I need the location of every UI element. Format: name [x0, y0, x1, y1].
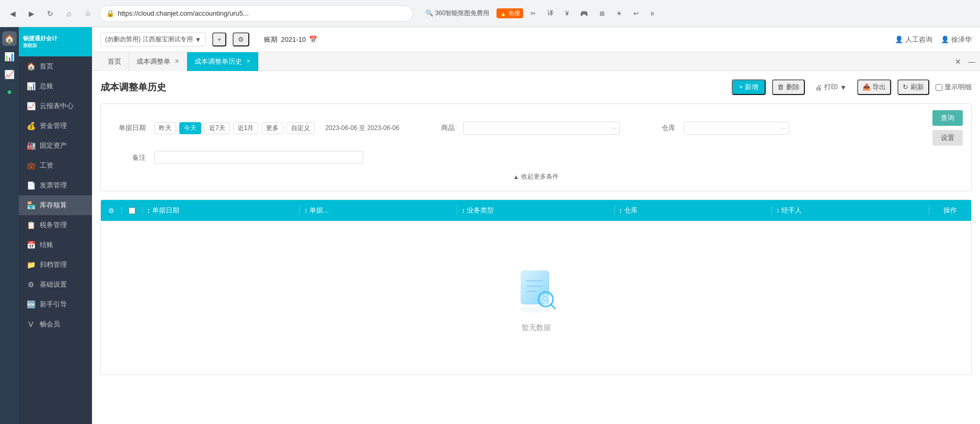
- date-quick-btns: 昨天 今天 近7天 近1月 更多 自定义: [154, 122, 315, 134]
- page-title: 成本调整单历史: [100, 81, 166, 93]
- sidebar-label-tax: 税务管理: [40, 220, 67, 230]
- print-dropdown-icon: ▼: [840, 84, 847, 91]
- sidebar-item-settings[interactable]: ⚙ 基础设置: [19, 275, 92, 295]
- sidebar-item-guide[interactable]: 🆕 新手引导: [19, 295, 92, 314]
- th-warehouse-label: ↕ 仓库: [619, 206, 638, 215]
- date-btn-yesterday[interactable]: 昨天: [154, 122, 176, 134]
- goods-select[interactable]: [463, 122, 620, 135]
- menu-btn[interactable]: ≡: [646, 8, 658, 19]
- refresh-button[interactable]: ↻ 刷新: [897, 79, 929, 95]
- show-cols-checkbox[interactable]: [936, 84, 942, 91]
- brightness-btn[interactable]: ☀: [612, 8, 626, 19]
- th-type-label: ↕ 业务类型: [462, 206, 494, 215]
- delete-button[interactable]: 🗑 删除: [772, 79, 805, 95]
- th-warehouse[interactable]: ↕ 仓库: [615, 206, 772, 215]
- warehouse-select-wrapper: [684, 122, 789, 135]
- home-button[interactable]: ⌂: [62, 6, 76, 21]
- tab-cost-adjust-close[interactable]: ✕: [175, 58, 179, 65]
- sidebar-item-ledger[interactable]: 📊 总账: [19, 76, 92, 96]
- archive-icon: 📁: [26, 261, 36, 269]
- filter-area: 单据日期 昨天 今天 近7天 近1月 更多 自定义 2023-06-06 至 2…: [100, 103, 972, 191]
- appbar-trend-icon[interactable]: 📈: [2, 67, 17, 81]
- tab-home-label: 首页: [108, 57, 121, 66]
- sidebar-label-member: 畅会员: [40, 320, 60, 329]
- calendar-icon[interactable]: 📅: [309, 36, 317, 43]
- sidebar-logo: 畅捷通好会计 旗舰版: [19, 27, 92, 56]
- user-action[interactable]: 👤 徐泽华: [941, 35, 972, 44]
- date-btn-1month[interactable]: 近1月: [233, 122, 259, 134]
- period-close-icon: 📅: [26, 241, 36, 249]
- window-close-area: ✕ —: [952, 52, 980, 71]
- sidebar-item-fixed-assets[interactable]: 🏭 固定资产: [19, 136, 92, 156]
- add-button[interactable]: + 新增: [732, 79, 766, 95]
- date-btn-custom[interactable]: 自定义: [286, 122, 315, 134]
- company-settings-button[interactable]: ⚙: [233, 32, 249, 46]
- game-btn[interactable]: 🎮: [576, 8, 592, 19]
- tab-home[interactable]: 首页: [100, 52, 129, 71]
- tab-cost-adjust[interactable]: 成本调整单 ✕: [129, 52, 187, 71]
- main-content: (勿删勿禁用) 江西服宝测试专用 ▼ + ⚙ 账期 2021-10 📅 👤 人工…: [92, 27, 980, 424]
- sidebar-item-tax[interactable]: 📋 税务管理: [19, 215, 92, 235]
- sidebar-item-period-close[interactable]: 📅 结账: [19, 235, 92, 255]
- date-btn-today[interactable]: 今天: [179, 122, 201, 134]
- sidebar-item-salary[interactable]: 💼 工资: [19, 156, 92, 175]
- sidebar-item-invoice[interactable]: 📄 发票管理: [19, 175, 92, 195]
- forward-button[interactable]: ▶: [24, 6, 39, 21]
- select-all-checkbox[interactable]: [129, 207, 135, 214]
- window-close-btn[interactable]: ✕: [952, 55, 964, 68]
- remarks-input[interactable]: [154, 151, 363, 164]
- th-type[interactable]: ↕ 业务类型: [457, 206, 615, 215]
- sidebar-item-funds[interactable]: 💰 资金管理: [19, 116, 92, 136]
- print-dropdown[interactable]: 🖨 打印 ▼: [811, 80, 851, 94]
- th-handler[interactable]: ↕ 经手人: [772, 206, 929, 215]
- app-bar: 🏠 📊 📈 ●: [0, 27, 19, 424]
- sidebar-item-member[interactable]: V 畅会员: [19, 314, 92, 334]
- top-bar-right: 👤 人工咨询 👤 徐泽华: [895, 35, 972, 44]
- consultant-action[interactable]: 👤 人工咨询: [895, 35, 932, 44]
- empty-state-text: 暂无数据: [522, 323, 551, 333]
- refresh-button[interactable]: ↻: [43, 6, 57, 21]
- cut-btn[interactable]: ✂: [526, 8, 540, 19]
- inventory-icon: 🏪: [26, 201, 36, 209]
- add-company-button[interactable]: +: [212, 32, 227, 46]
- export-button[interactable]: 📤 导出: [857, 79, 892, 95]
- th-date[interactable]: ↕ 单据日期: [143, 206, 300, 215]
- th-no-label: ↕ 单据...: [304, 206, 329, 215]
- date-btn-more[interactable]: 更多: [261, 122, 283, 134]
- tab-cost-adjust-history-label: 成本调整单历史: [194, 57, 242, 66]
- star-button[interactable]: ☆: [80, 6, 95, 21]
- translate-btn[interactable]: 译: [543, 7, 558, 20]
- date-range-text: 2023-06-06 至 2023-06-06: [325, 124, 399, 133]
- undo-btn[interactable]: ↩: [629, 8, 643, 19]
- show-cols-toggle[interactable]: 显示明细: [936, 83, 972, 92]
- sidebar-item-inventory[interactable]: 🏪 库存核算: [19, 195, 92, 215]
- hot-search-btn[interactable]: 🔥 热搜: [497, 8, 523, 18]
- company-selector[interactable]: (勿删勿禁用) 江西服宝测试专用 ▼: [100, 32, 206, 46]
- collapse-filter-btn[interactable]: ▲ 收起更多条件: [109, 169, 963, 184]
- appbar-green-icon[interactable]: ●: [2, 85, 17, 99]
- query-button[interactable]: 查询: [932, 110, 963, 126]
- search-btn[interactable]: 🔍 360智能抠图免费用: [421, 7, 493, 20]
- pay-btn[interactable]: ¥: [561, 8, 573, 19]
- warehouse-select[interactable]: [684, 122, 789, 135]
- address-bar[interactable]: 🔒 https://cloud.chanjet.com/accounting/u…: [99, 5, 413, 22]
- sidebar-label-reports: 云报表中心: [40, 101, 74, 111]
- date-btn-7days[interactable]: 近7天: [204, 122, 230, 134]
- filter-settings-button[interactable]: 设置: [932, 130, 963, 146]
- appbar-chart-icon[interactable]: 📊: [2, 49, 17, 64]
- appbar-home-icon[interactable]: 🏠: [2, 31, 17, 46]
- window-minimize-btn[interactable]: —: [965, 55, 978, 68]
- sidebar-label-ledger: 总账: [40, 81, 53, 91]
- grid-btn[interactable]: ⊞: [595, 8, 609, 19]
- tab-cost-adjust-history[interactable]: 成本调整单历史 ✕: [187, 52, 259, 71]
- sidebar-item-archive[interactable]: 📁 归档管理: [19, 255, 92, 275]
- th-no[interactable]: ↕ 单据...: [300, 206, 457, 215]
- back-button[interactable]: ◀: [5, 6, 20, 21]
- sidebar-item-home[interactable]: 🏠 首页: [19, 56, 92, 76]
- goods-filter-label: 商品: [418, 123, 455, 133]
- th-settings[interactable]: ⚙: [101, 207, 122, 215]
- sidebar-item-reports[interactable]: 📈 云报表中心: [19, 96, 92, 116]
- empty-state-img: [510, 263, 562, 315]
- tab-cost-adjust-history-close[interactable]: ✕: [246, 58, 251, 65]
- th-checkbox[interactable]: [122, 207, 143, 214]
